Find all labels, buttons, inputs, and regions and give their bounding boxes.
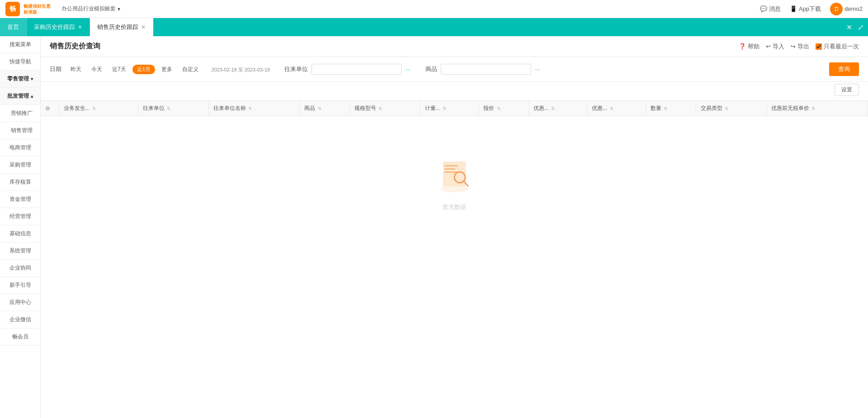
tab-purchase-history-close[interactable]: ✕ xyxy=(78,24,82,30)
sort-partner-name-icon[interactable]: ⇅ xyxy=(248,106,252,111)
svg-rect-3 xyxy=(444,168,455,170)
goods-input[interactable] xyxy=(441,64,531,75)
sidebar-item-quick-nav[interactable]: 快捷导航 xyxy=(0,53,40,71)
sidebar-enterprise-collab-label: 企业协同 xyxy=(9,265,31,271)
sidebar-item-vip-member[interactable]: 畅会员 xyxy=(0,328,40,346)
sidebar-operations-mgmt-label: 经营管理 xyxy=(9,213,31,219)
sidebar-sales-mgmt-label: 销售管理 xyxy=(11,127,33,133)
settings-row: 设置 xyxy=(41,82,868,101)
avatar: D xyxy=(830,3,843,15)
page-header: 销售历史价查询 ❓ 帮助 ↩ 导入 ↪ 导出 只看最后一次 xyxy=(41,36,868,57)
tab-home-label: 首页 xyxy=(7,23,19,31)
sidebar-item-ecommerce-mgmt[interactable]: 电商管理 xyxy=(0,139,40,157)
app-icon: 📱 xyxy=(790,5,797,12)
query-button[interactable]: 查询 xyxy=(829,62,859,76)
workspace-selector[interactable]: 办公用品行业模拟账套 ▾ xyxy=(61,5,120,13)
trading-partner-label: 往来单位 xyxy=(284,65,308,73)
content-area: 销售历史价查询 ❓ 帮助 ↩ 导入 ↪ 导出 只看最后一次 xyxy=(41,36,868,418)
date-options: 昨天 今天 近7天 近1月 更多 自定义 xyxy=(67,65,202,74)
empty-svg xyxy=(432,152,477,198)
goods-label: 商品 xyxy=(425,65,437,73)
tab-purchase-history[interactable]: 采购历史价跟踪 ✕ xyxy=(27,18,90,36)
brand-name: 畅捷信好生意标准版 xyxy=(24,3,51,15)
tab-home[interactable]: 首页 xyxy=(0,18,27,36)
tab-sales-history-close[interactable]: ✕ xyxy=(141,24,146,30)
sidebar-inventory-calc-label: 库存核算 xyxy=(9,179,31,185)
sidebar-vip-member-label: 畅会员 xyxy=(12,333,28,340)
sidebar-wholesale-mgmt-label: 批发管理 xyxy=(7,92,29,100)
sidebar-item-basic-info[interactable]: 基础信息 xyxy=(0,225,40,242)
show-last-checkbox[interactable] xyxy=(816,43,822,50)
date-option-more[interactable]: 更多 xyxy=(158,65,176,74)
sort-partner-code-icon[interactable]: ⇅ xyxy=(167,106,170,111)
th-discount1: 优惠... ⇅ xyxy=(528,101,587,116)
sort-quantity-icon[interactable]: ⇅ xyxy=(664,106,667,111)
date-option-1month[interactable]: 近1月 xyxy=(132,65,156,74)
sort-biz-date-icon[interactable]: ⇅ xyxy=(92,106,96,111)
th-quantity: 数量 ⇅ xyxy=(646,101,696,116)
date-option-today[interactable]: 今天 xyxy=(88,65,106,74)
sidebar-item-inventory-calc[interactable]: 库存核算 xyxy=(0,174,40,191)
svg-rect-4 xyxy=(444,171,457,173)
import-button[interactable]: ↩ 导入 xyxy=(766,43,784,51)
sort-quoted-price-icon[interactable]: ⇅ xyxy=(497,106,500,111)
sidebar-item-system-mgmt[interactable]: 系统管理 xyxy=(0,242,40,260)
th-transaction-type: 交易类型 ⇅ xyxy=(696,101,766,116)
help-icon: ❓ xyxy=(739,43,746,50)
sort-unit-icon[interactable]: ⇅ xyxy=(443,106,446,111)
maximize-button[interactable]: ⤢ xyxy=(858,23,863,32)
sidebar-item-finance-mgmt[interactable]: 资金管理 xyxy=(0,191,40,208)
sidebar-enterprise-wechat-label: 企业微信 xyxy=(9,316,31,323)
sidebar-item-wholesale-mgmt[interactable]: 批发管理 ▴ xyxy=(0,88,40,105)
th-partner-name: 往来单位名称 ⇅ xyxy=(208,101,300,116)
im-button[interactable]: 💬 消息 xyxy=(760,5,781,13)
filter-bar: 日期 昨天 今天 近7天 近1月 更多 自定义 2023-02-18 至 202… xyxy=(41,57,868,82)
retail-chevron-icon: ▾ xyxy=(31,76,33,81)
sort-spec-icon[interactable]: ⇅ xyxy=(378,106,382,111)
app-download-button[interactable]: 📱 App下载 xyxy=(790,5,821,13)
sort-discount2-icon[interactable]: ⇅ xyxy=(610,106,613,111)
th-goods: 商品 ⇅ xyxy=(300,101,350,116)
sort-transaction-type-icon[interactable]: ⇅ xyxy=(725,106,728,111)
sidebar-item-enterprise-collab[interactable]: 企业协同 xyxy=(0,260,40,277)
tabbar: 首页 采购历史价跟踪 ✕ 销售历史价跟踪 ✕ ✕ ⤢ xyxy=(0,18,868,36)
tab-sales-history[interactable]: 销售历史价跟踪 ✕ xyxy=(90,18,153,36)
sidebar-item-sales-mgmt[interactable]: 销售管理 xyxy=(0,122,40,139)
trading-partner-input[interactable] xyxy=(311,64,402,75)
date-option-custom[interactable]: 自定义 xyxy=(179,65,202,74)
close-tab-button[interactable]: ✕ xyxy=(846,23,852,32)
trading-partner-select-icon[interactable]: ··· xyxy=(406,66,411,73)
sidebar-item-purchase-mgmt[interactable]: 采购管理 xyxy=(0,157,40,174)
sidebar-item-enterprise-wechat[interactable]: 企业微信 xyxy=(0,311,40,328)
column-settings-icon[interactable]: ⚙ xyxy=(45,105,50,112)
sidebar-item-marketing[interactable]: 营销推广 xyxy=(0,105,40,122)
user-menu[interactable]: D demo2 xyxy=(830,3,863,15)
sidebar-item-search-menu[interactable]: 搜索菜单 xyxy=(0,36,40,53)
date-option-7days[interactable]: 近7天 xyxy=(108,65,130,74)
sidebar-item-retail-mgmt[interactable]: 零售管理 ▾ xyxy=(0,71,40,88)
table-header-row: ⚙ 业务发生... ⇅ 往来单位 ⇅ 往来单位名称 ⇅ xyxy=(41,101,868,116)
im-icon: 💬 xyxy=(760,5,767,12)
show-last-toggle[interactable]: 只看最后一次 xyxy=(816,43,859,51)
sort-goods-icon[interactable]: ⇅ xyxy=(318,106,321,111)
th-biz-date: 业务发生... ⇅ xyxy=(59,101,138,116)
sidebar-item-app-center[interactable]: 应用中心 xyxy=(0,294,40,311)
workspace-chevron-icon: ▾ xyxy=(118,6,120,12)
brand-logo: 畅 xyxy=(5,2,20,16)
sidebar-app-center-label: 应用中心 xyxy=(9,299,31,305)
sort-pre-discount-price-icon[interactable]: ⇅ xyxy=(811,106,815,111)
topbar: 畅 畅捷信好生意标准版 办公用品行业模拟账套 ▾ 💬 消息 📱 App下载 D … xyxy=(0,0,868,18)
help-button[interactable]: ❓ 帮助 xyxy=(739,43,760,51)
sidebar-purchase-mgmt-label: 采购管理 xyxy=(9,162,31,168)
date-option-yesterday[interactable]: 昨天 xyxy=(67,65,85,74)
export-button[interactable]: ↪ 导出 xyxy=(791,43,809,51)
sidebar-item-new-guide[interactable]: 新手引导 xyxy=(0,277,40,294)
empty-text: 暂无数据 xyxy=(443,203,466,211)
goods-select-icon[interactable]: ··· xyxy=(535,66,540,73)
page-title: 销售历史价查询 xyxy=(50,42,100,51)
sort-discount1-icon[interactable]: ⇅ xyxy=(551,106,555,111)
empty-state-cell: 暂无数据 xyxy=(41,116,868,248)
sidebar-search-menu-label: 搜索菜单 xyxy=(9,41,31,48)
sidebar-item-operations-mgmt[interactable]: 经营管理 xyxy=(0,208,40,225)
settings-button[interactable]: 设置 xyxy=(835,84,859,96)
